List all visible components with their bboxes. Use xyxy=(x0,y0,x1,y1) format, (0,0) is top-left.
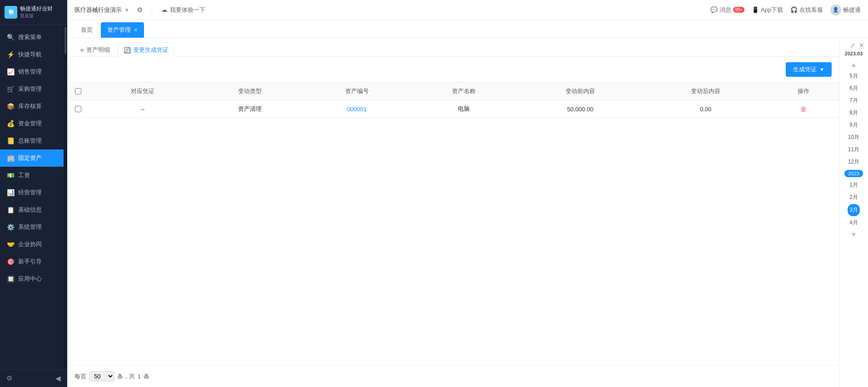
data-table: 对应凭证 变动类型 资产编号 资产名称 变动前内容 变动后内容 操作 xyxy=(67,82,839,365)
sidebar-item-fixed-assets[interactable]: 🏢 固定资产 xyxy=(0,149,64,167)
total-unit: 条 xyxy=(144,372,149,381)
sidebar-item-label: 总账管理 xyxy=(18,137,42,145)
sub-tab-asset-list[interactable]: ≡ 资产明细 xyxy=(74,43,116,57)
sidebar-item-inventory[interactable]: 📦 库存核算 xyxy=(0,98,64,115)
month-item[interactable]: 8月 xyxy=(839,107,868,119)
header-settings-icon[interactable]: ⚙ xyxy=(137,6,143,14)
box-icon: 📦 xyxy=(6,103,15,110)
panel-expand-button[interactable]: ⤢ xyxy=(849,41,856,50)
month-item[interactable]: 10月 xyxy=(839,131,868,144)
tab-label: 资产管理 xyxy=(107,26,131,34)
sidebar-item-basic-info[interactable]: 📋 基础信息 xyxy=(0,201,64,218)
page-size-prefix: 每页 xyxy=(74,372,86,381)
row-asset-no: 000001 xyxy=(303,100,411,118)
sidebar-item-guide[interactable]: 🎯 新手引导 xyxy=(0,253,64,270)
header: 医疗器械行业演示 ▼ ⚙ ☁ 我要体验一下 💬 消息 99+ 📱 App下载 🎧 xyxy=(67,0,868,20)
row-checkbox-cell xyxy=(67,100,89,118)
sub-tab-change-voucher[interactable]: 🔄 变更生成凭证 xyxy=(118,43,174,57)
row-voucher: -- xyxy=(89,100,196,118)
sidebar-item-funds[interactable]: 💰 资金管理 xyxy=(0,115,64,132)
avatar: 👤 xyxy=(830,5,841,15)
sub-tab-label: 资产明细 xyxy=(86,46,110,54)
col-change-type: 变动类型 xyxy=(196,83,303,100)
tab-close-icon[interactable]: ✕ xyxy=(134,27,138,33)
row-before-content: 50,000.00 xyxy=(517,100,643,118)
row-after-content: 0.00 xyxy=(643,100,769,118)
asset-table: 对应凭证 变动类型 资产编号 资产名称 变动前内容 变动后内容 操作 xyxy=(67,82,839,118)
select-all-checkbox[interactable] xyxy=(75,88,81,94)
col-voucher: 对应凭证 xyxy=(89,83,196,100)
sidebar-item-quick-nav[interactable]: ⚡ 快捷导航 xyxy=(0,46,64,63)
lightning-icon: ⚡ xyxy=(6,51,15,58)
page-size-select[interactable]: 50 10 20 100 xyxy=(89,371,114,382)
month-item[interactable]: 11月 xyxy=(839,144,868,156)
delete-row-button[interactable]: 🗑 xyxy=(800,105,807,113)
sidebar-item-label: 快捷导航 xyxy=(18,50,42,59)
right-panel: ⤢ ✕ 2023.03 ▲ 5月 6月 7月 8月 9月 10月 11月 12月… xyxy=(839,38,868,387)
month-item[interactable]: 6月 xyxy=(839,82,868,94)
messages-label: 消息 xyxy=(719,6,731,14)
chart-icon: 📈 xyxy=(6,68,15,75)
sidebar-item-search[interactable]: 🔍 搜索菜单 xyxy=(0,29,64,46)
sidebar-item-system[interactable]: ⚙️ 系统管理 xyxy=(0,218,64,236)
month-item[interactable]: 12月 xyxy=(839,156,868,168)
company-selector[interactable]: 医疗器械行业演示 ▼ xyxy=(74,6,129,14)
message-icon: 💬 xyxy=(710,6,718,13)
online-service-button[interactable]: 🎧 在线客服 xyxy=(790,6,823,14)
row-checkbox[interactable] xyxy=(75,106,81,112)
sidebar-item-label: 固定资产 xyxy=(18,154,42,162)
year-badge-2023[interactable]: 2023 xyxy=(844,170,863,177)
sidebar-item-purchase[interactable]: 🛒 采购管理 xyxy=(0,80,64,98)
timeline-prev-button[interactable]: ▲ xyxy=(849,59,859,70)
ops-icon: 📊 xyxy=(6,189,15,196)
sidebar-item-app-center[interactable]: 🔲 应用中心 xyxy=(0,270,64,288)
app-download-button[interactable]: 📱 App下载 xyxy=(752,6,783,14)
search-icon: 🔍 xyxy=(6,34,15,41)
sidebar-item-ledger[interactable]: 📒 总账管理 xyxy=(0,132,64,149)
app-icon: 🔲 xyxy=(6,275,15,283)
sidebar-logo: 畅 畅捷通好业财 普及版 xyxy=(0,0,67,25)
settings-icon[interactable]: ⚙ xyxy=(6,374,12,382)
tab-bar: 首页 资产管理 ✕ xyxy=(67,20,868,38)
month-item-apr[interactable]: 4月 xyxy=(839,217,868,229)
page-content: ≡ 资产明细 🔄 变更生成凭证 生成凭证 ▼ xyxy=(67,38,839,387)
tab-asset-management[interactable]: 资产管理 ✕ xyxy=(101,22,144,38)
cloud-icon: ☁ xyxy=(161,6,167,13)
month-item[interactable]: 7月 xyxy=(839,94,868,107)
sidebar-item-sales[interactable]: 📈 销售管理 xyxy=(0,63,64,80)
main-container: 医疗器械行业演示 ▼ ⚙ ☁ 我要体验一下 💬 消息 99+ 📱 App下载 🎧 xyxy=(67,0,868,387)
user-menu-button[interactable]: 👤 畅捷通 xyxy=(830,5,861,15)
headset-icon: 🎧 xyxy=(790,6,798,13)
change-icon: 🔄 xyxy=(124,47,131,54)
dropdown-arrow-icon: ▼ xyxy=(124,7,129,13)
app-download-label: App下载 xyxy=(761,6,783,14)
money-icon: 💰 xyxy=(6,120,15,127)
sidebar-item-label: 采购管理 xyxy=(18,85,42,93)
col-asset-no: 资产编号 xyxy=(303,83,411,100)
timeline-next-button[interactable]: ▼ xyxy=(849,229,859,240)
wage-icon: 💵 xyxy=(6,172,15,179)
handshake-icon: 🤝 xyxy=(6,241,15,248)
panel-close-button[interactable]: ✕ xyxy=(858,41,865,50)
row-operation-cell: 🗑 xyxy=(769,100,839,118)
experience-button[interactable]: ☁ 我要体验一下 xyxy=(161,6,205,14)
col-operation: 操作 xyxy=(769,83,839,100)
sidebar-item-label: 搜索菜单 xyxy=(18,33,42,41)
generate-voucher-button[interactable]: 生成凭证 ▼ xyxy=(786,62,832,77)
col-asset-name: 资产名称 xyxy=(411,83,518,100)
month-item-mar[interactable]: 3月 xyxy=(848,204,860,216)
month-item[interactable]: 9月 xyxy=(839,119,868,131)
sidebar-item-enterprise[interactable]: 🤝 企业协同 xyxy=(0,236,64,253)
collapse-icon[interactable]: ◀ xyxy=(55,374,61,382)
messages-button[interactable]: 💬 消息 99+ xyxy=(710,6,744,14)
tab-home[interactable]: 首页 xyxy=(74,22,99,38)
sidebar-bottom: ⚙ ◀ xyxy=(0,369,67,387)
month-item[interactable]: 5月 xyxy=(839,70,868,82)
month-item-jan[interactable]: 1月 xyxy=(839,179,868,191)
month-item-feb[interactable]: 2月 xyxy=(839,191,868,203)
app-logo-icon: 畅 xyxy=(5,6,17,19)
app-logo-sub: 普及版 xyxy=(20,13,53,19)
sidebar-item-operations[interactable]: 📊 经营管理 xyxy=(0,184,64,201)
sidebar-scrollbar[interactable] xyxy=(64,25,67,369)
sidebar-item-payroll[interactable]: 💵 工资 xyxy=(0,167,64,184)
